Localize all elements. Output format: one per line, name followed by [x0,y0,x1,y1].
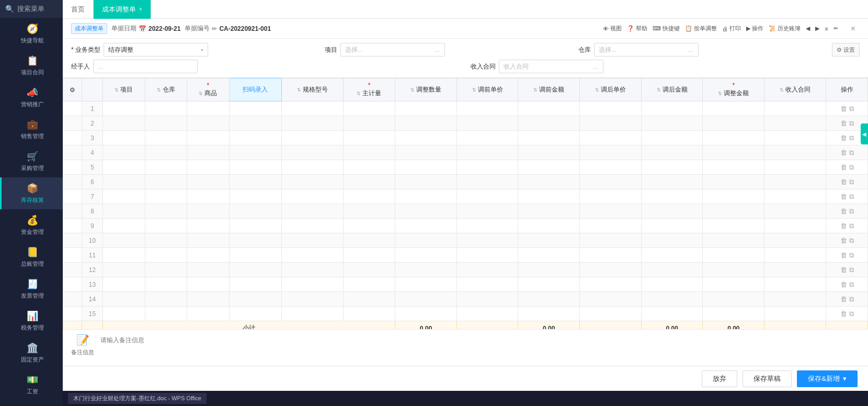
row-before-price-cell[interactable] [456,307,518,321]
row-delete-icon[interactable]: 🗑 [840,193,847,200]
row-after-price-cell[interactable] [580,131,642,145]
row-adjust-qty-cell[interactable] [395,292,457,307]
row-copy-icon[interactable]: ⧉ [849,119,854,128]
row-adjust-qty-cell[interactable] [395,233,457,248]
row-before-amount-cell[interactable] [518,307,580,321]
row-scan-cell[interactable] [229,102,282,116]
sidebar-item-operations[interactable]: 📈经营管理 [0,401,63,406]
row-after-price-cell[interactable] [580,307,642,321]
row-spec-cell[interactable] [282,219,344,233]
action-history[interactable]: 📜历史账簿 [769,25,801,32]
row-adjust-qty-cell[interactable] [395,248,457,263]
row-delete-icon[interactable]: 🗑 [840,149,847,156]
row-warehouse-cell[interactable] [145,233,187,248]
row-copy-icon[interactable]: ⧉ [849,163,854,172]
row-unit-cell[interactable] [343,292,395,307]
row-after-price-cell[interactable] [580,219,642,233]
row-product-cell[interactable] [187,204,230,219]
row-unit-cell[interactable] [343,307,395,321]
row-adjust-amount-cell[interactable] [703,189,764,204]
row-delete-icon[interactable]: 🗑 [840,207,847,215]
row-income-contract-cell[interactable] [764,292,826,307]
row-scan-cell[interactable] [229,204,282,219]
sidebar-item-invoice[interactable]: 🧾发票管理 [0,273,63,305]
action-help[interactable]: ❓帮助 [627,25,647,32]
row-copy-icon[interactable]: ⧉ [849,178,854,186]
row-copy-icon[interactable]: ⧉ [849,222,854,230]
row-income-contract-cell[interactable] [764,131,826,145]
row-adjust-qty-cell[interactable] [395,189,457,204]
row-copy-icon[interactable]: ⧉ [849,149,854,157]
row-delete-icon[interactable]: 🗑 [840,280,847,288]
row-warehouse-cell[interactable] [145,102,187,116]
row-scan-cell[interactable] [229,116,282,131]
row-scan-cell[interactable] [229,160,282,175]
row-spec-cell[interactable] [282,189,344,204]
row-product-cell[interactable] [187,189,230,204]
sidebar-item-marketing[interactable]: 📣营销推广 [0,82,63,114]
row-adjust-qty-cell[interactable] [395,131,457,145]
sidebar-item-assets[interactable]: 🏛️固定资产 [0,337,63,369]
row-project-cell[interactable] [103,263,145,277]
row-scan-cell[interactable] [229,277,282,292]
nav-prev[interactable]: ◀ [806,25,810,32]
row-after-amount-cell[interactable] [641,189,703,204]
row-after-amount-cell[interactable] [641,116,703,131]
row-income-contract-cell[interactable] [764,233,826,248]
settings-button[interactable]: ⚙ 设置 [832,43,860,57]
row-after-price-cell[interactable] [580,160,642,175]
row-adjust-qty-cell[interactable] [395,160,457,175]
row-copy-icon[interactable]: ⧉ [849,295,854,303]
row-spec-cell[interactable] [282,145,344,160]
row-delete-icon[interactable]: 🗑 [840,236,847,244]
row-before-amount-cell[interactable] [518,233,580,248]
row-before-amount-cell[interactable] [518,131,580,145]
row-product-cell[interactable] [187,116,230,131]
row-after-price-cell[interactable] [580,116,642,131]
col-scan[interactable]: 扫码录入 [229,78,282,102]
row-before-amount-cell[interactable] [518,116,580,131]
row-before-price-cell[interactable] [456,233,518,248]
row-income-contract-cell[interactable] [764,307,826,321]
row-project-cell[interactable] [103,233,145,248]
row-scan-cell[interactable] [229,292,282,307]
warehouse-select[interactable]: 选择... ... [594,43,699,57]
row-spec-cell[interactable] [282,248,344,263]
row-unit-cell[interactable] [343,102,395,116]
row-income-contract-cell[interactable] [764,277,826,292]
row-delete-icon[interactable]: 🗑 [840,178,847,186]
row-project-cell[interactable] [103,248,145,263]
row-project-cell[interactable] [103,160,145,175]
row-income-contract-cell[interactable] [764,263,826,277]
row-before-price-cell[interactable] [456,248,518,263]
row-product-cell[interactable] [187,277,230,292]
row-adjust-qty-cell[interactable] [395,145,457,160]
row-warehouse-cell[interactable] [145,219,187,233]
row-unit-cell[interactable] [343,233,395,248]
row-before-amount-cell[interactable] [518,263,580,277]
row-copy-icon[interactable]: ⧉ [849,236,854,245]
row-adjust-amount-cell[interactable] [703,307,764,321]
row-project-cell[interactable] [103,219,145,233]
row-before-amount-cell[interactable] [518,175,580,189]
row-unit-cell[interactable] [343,219,395,233]
row-product-cell[interactable] [187,219,230,233]
handler-input[interactable]: ... [93,60,198,73]
row-delete-icon[interactable]: 🗑 [840,251,847,259]
row-spec-cell[interactable] [282,131,344,145]
row-copy-icon[interactable]: ⧉ [849,193,854,201]
row-unit-cell[interactable] [343,145,395,160]
row-delete-icon[interactable]: 🗑 [840,119,847,127]
income-contract-select[interactable]: 收入合同 ... [499,60,603,73]
row-unit-cell[interactable] [343,131,395,145]
tab-home[interactable]: 首页 [63,0,94,19]
row-delete-icon[interactable]: 🗑 [840,105,847,112]
row-adjust-amount-cell[interactable] [703,204,764,219]
row-after-price-cell[interactable] [580,175,642,189]
row-after-amount-cell[interactable] [641,204,703,219]
row-project-cell[interactable] [103,292,145,307]
row-copy-icon[interactable]: ⧉ [849,280,854,289]
row-project-cell[interactable] [103,307,145,321]
row-adjust-qty-cell[interactable] [395,116,457,131]
save-draft-button[interactable]: 保存草稿 [743,370,792,387]
